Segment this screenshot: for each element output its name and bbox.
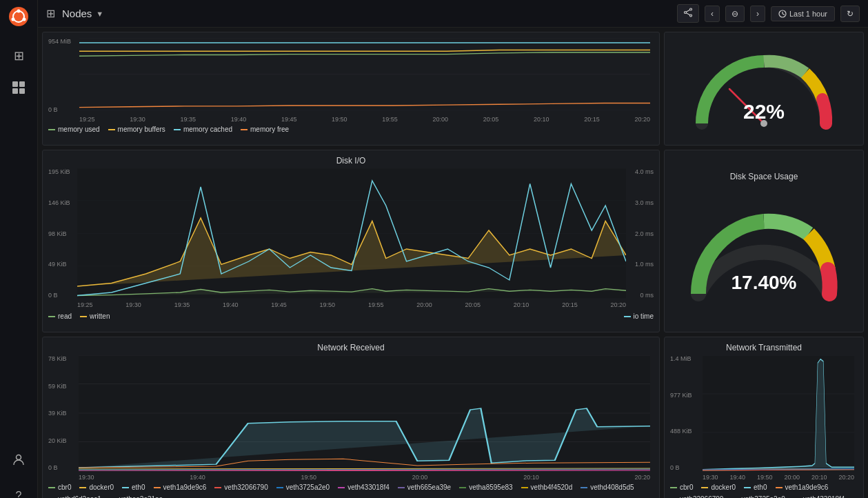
title-text: Nodes bbox=[62, 8, 92, 19]
sidebar-signin[interactable] bbox=[11, 452, 26, 470]
svg-point-4 bbox=[12, 18, 15, 21]
cpu-gauge-panel: 22% bbox=[664, 32, 864, 146]
back-button[interactable]: ‹ bbox=[705, 6, 720, 22]
svg-rect-8 bbox=[19, 88, 25, 94]
disk-io-x-labels: 19:25 19:30 19:35 19:40 19:45 19:50 19:5… bbox=[77, 301, 626, 308]
memory-panel: 954 MiB 0 B bbox=[42, 32, 660, 146]
main: ⊞ Nodes ▼ ‹ ⊖ › bbox=[38, 0, 868, 498]
net-recv-svg bbox=[79, 355, 650, 471]
content: 954 MiB 0 B bbox=[38, 28, 868, 498]
net-trans-legend: cbr0 docker0 eth0 veth1a9de9c6 veth32066… bbox=[670, 484, 858, 498]
y-min-memory: 0 B bbox=[48, 106, 58, 113]
time-range-label: Last 1 hour bbox=[789, 10, 827, 18]
y-max-memory: 954 MiB bbox=[48, 38, 71, 45]
disk-space-gauge-svg: 17.40% bbox=[685, 187, 843, 311]
svg-text:17.40%: 17.40% bbox=[731, 272, 797, 293]
disk-io-title: Disk I/O bbox=[48, 156, 654, 166]
svg-rect-5 bbox=[12, 81, 18, 87]
sidebar-item-grid[interactable]: ⊞ bbox=[14, 48, 24, 63]
legend-memory-free: memory free bbox=[241, 126, 289, 133]
svg-rect-7 bbox=[12, 88, 18, 94]
svg-point-9 bbox=[17, 455, 21, 460]
svg-rect-6 bbox=[19, 81, 25, 87]
net-trans-svg bbox=[703, 355, 854, 471]
topbar-actions: ‹ ⊖ › Last 1 hour ↻ bbox=[677, 4, 860, 23]
net-trans-title: Network Transmitted bbox=[670, 343, 858, 352]
cpu-gauge-svg: 22% bbox=[688, 44, 840, 134]
legend-written: written bbox=[80, 312, 110, 320]
zoom-button[interactable]: ⊖ bbox=[725, 6, 745, 22]
svg-text:22%: 22% bbox=[743, 100, 785, 123]
svg-line-14 bbox=[686, 13, 689, 15]
sidebar: ⊞ ? bbox=[0, 0, 38, 498]
net-trans-panel: Network Transmitted 1.4 MiB 977 KiB 488 … bbox=[664, 337, 864, 498]
memory-legend: memory used memory buffers memory cached… bbox=[48, 126, 654, 133]
legend-io-time: io time bbox=[624, 312, 654, 320]
time-range-button[interactable]: Last 1 hour bbox=[771, 6, 835, 21]
disk-io-panel: Disk I/O 195 KiB 146 KiB 98 KiB 49 KiB 0… bbox=[42, 150, 660, 332]
refresh-button[interactable]: ↻ bbox=[840, 6, 860, 22]
disk-space-panel: Disk Space Usage 17.40% bbox=[664, 150, 864, 332]
svg-line-17 bbox=[783, 14, 785, 15]
legend-memory-cached: memory cached bbox=[174, 126, 232, 133]
svg-point-2 bbox=[17, 10, 21, 13]
net-trans-x-labels: 19:30 19:40 19:50 20:00 20:10 20:20 bbox=[703, 474, 854, 481]
net-trans-y-labels: 1.4 MiB 977 KiB 488 KiB 0 B bbox=[670, 355, 701, 471]
legend-memory-buffers: memory buffers bbox=[108, 126, 165, 133]
disk-space-title: Disk Space Usage bbox=[730, 172, 798, 181]
memory-chart-svg bbox=[79, 38, 650, 110]
clock-icon bbox=[778, 10, 787, 18]
disk-io-y-right: 4.0 ms 3.0 ms 2.0 ms 1.0 ms 0 ms bbox=[627, 168, 654, 299]
grid-icon: ⊞ bbox=[46, 7, 55, 20]
svg-point-11 bbox=[689, 14, 692, 17]
sidebar-logo bbox=[8, 6, 30, 29]
disk-io-svg bbox=[77, 168, 626, 299]
page-title: Nodes ▼ bbox=[62, 8, 670, 19]
svg-point-10 bbox=[689, 8, 692, 10]
net-recv-x-labels: 19:30 19:40 19:50 20:00 20:10 20:20 bbox=[79, 474, 650, 481]
dropdown-arrow[interactable]: ▼ bbox=[96, 10, 103, 18]
legend-read: read bbox=[48, 312, 72, 320]
sidebar-item-dashboard[interactable] bbox=[11, 80, 26, 98]
svg-point-3 bbox=[23, 18, 26, 21]
disk-io-y-left: 195 KiB 146 KiB 98 KiB 49 KiB 0 B bbox=[48, 168, 76, 299]
sidebar-help[interactable]: ? bbox=[16, 490, 22, 498]
net-recv-panel: Network Received 78 KiB 59 KiB 39 KiB 20… bbox=[42, 337, 660, 498]
legend-memory-used: memory used bbox=[48, 126, 100, 133]
topbar: ⊞ Nodes ▼ ‹ ⊖ › bbox=[38, 0, 868, 28]
disk-io-legend: read written io time bbox=[48, 312, 654, 320]
net-recv-legend: cbr0 docker0 eth0 veth1a9de9c6 veth32066… bbox=[48, 484, 654, 498]
svg-line-13 bbox=[686, 10, 689, 12]
memory-x-labels: 19:25 19:30 19:35 19:40 19:45 19:50 19:5… bbox=[79, 116, 650, 123]
svg-rect-37 bbox=[703, 355, 854, 471]
forward-button[interactable]: › bbox=[750, 6, 765, 22]
svg-point-12 bbox=[684, 12, 686, 14]
net-recv-y-labels: 78 KiB 59 KiB 39 KiB 20 KiB 0 B bbox=[48, 355, 77, 471]
net-recv-title: Network Received bbox=[48, 343, 654, 352]
share-button[interactable] bbox=[677, 4, 699, 23]
